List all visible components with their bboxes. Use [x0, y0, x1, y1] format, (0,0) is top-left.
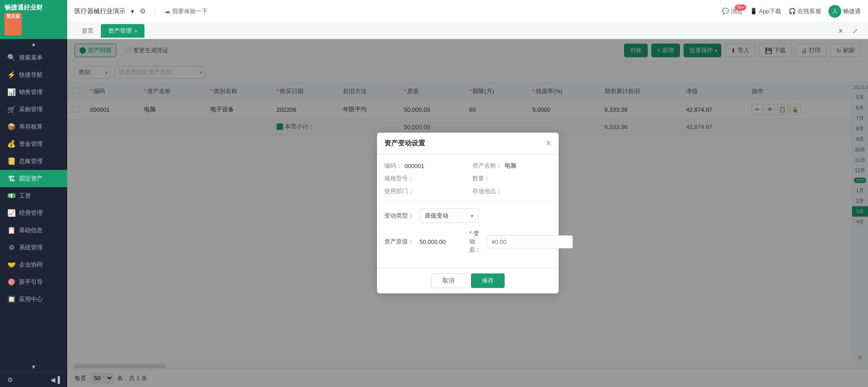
sidebar-item-guide[interactable]: 🎯 新手引导	[0, 273, 67, 291]
sidebar-item-label: 工资	[19, 192, 31, 200]
sidebar-item-purchase[interactable]: 🛒 采购管理	[0, 101, 67, 118]
modal-close-btn[interactable]: ✕	[546, 139, 551, 148]
window-close-btn[interactable]: ✕	[835, 25, 846, 36]
modal-footer: 取消 保存	[377, 268, 559, 293]
modal-header: 资产变动设置 ✕	[377, 133, 559, 154]
modal-info-asset-name: 资产名称： 电脑	[472, 162, 551, 170]
sidebar-item-label: 系统管理	[19, 243, 43, 252]
tab-bar: 首页 资产管理 × ✕ ⤢	[67, 23, 868, 39]
sidebar-item-label: 新手引导	[19, 278, 43, 286]
app-name: 畅捷通好业财	[5, 4, 43, 12]
topbar: 医疗器械行业演示 ▾ ⚙ ☁ 我要体验一下 💬 消息 99+ 📱 App下载 🎧…	[67, 0, 868, 23]
base-info-icon: 📋	[7, 226, 15, 234]
window-expand-btn[interactable]: ⤢	[850, 25, 861, 36]
app-edition: 普及版	[5, 13, 22, 35]
sidebar-item-sales[interactable]: 📊 销售管理	[0, 84, 67, 101]
window-controls: ✕ ⤢	[835, 25, 861, 36]
cloud-icon: ☁	[164, 8, 170, 15]
sidebar-item-fixed-assets[interactable]: 🏗 固定资产	[0, 170, 67, 187]
avatar: 人	[828, 5, 841, 18]
operations-icon: 📈	[7, 209, 15, 217]
save-button[interactable]: 保存	[471, 273, 505, 288]
modal-info-grid: 编码： 000001 资产名称： 电脑 规格型号： 数量：	[384, 162, 551, 195]
system-icon: ⚙	[7, 243, 15, 252]
sidebar-item-system[interactable]: ⚙ 系统管理	[0, 239, 67, 256]
enterprise-icon: 🤝	[7, 261, 15, 269]
sidebar: 畅捷通好业财 普及版 ▲ 🔍 搜索菜单 ⚡ 快捷导航 📊 销售管理 🛒 采购管理…	[0, 0, 67, 387]
search-icon: 🔍	[7, 54, 15, 62]
modal-info-spec: 规格型号：	[384, 174, 463, 183]
sidebar-item-label: 经营管理	[19, 209, 43, 217]
sidebar-item-inventory[interactable]: 📦 库存核算	[0, 118, 67, 135]
purchase-icon: 🛒	[7, 105, 15, 114]
sidebar-item-label: 基础信息	[19, 226, 43, 234]
payroll-icon: 💵	[7, 192, 15, 200]
tab-asset-management[interactable]: 资产管理 ×	[101, 24, 144, 38]
message-btn[interactable]: 💬 消息 99+	[722, 7, 743, 15]
inventory-icon: 📦	[7, 123, 15, 131]
original-value-display: 50,000.00	[420, 236, 451, 248]
company-name: 医疗器械行业演示	[74, 7, 125, 15]
message-icon: 💬	[722, 8, 729, 15]
modal-body: 编码： 000001 资产名称： 电脑 规格型号： 数量：	[377, 154, 559, 268]
sidebar-item-operations[interactable]: 📈 经营管理	[0, 204, 67, 222]
modal-original-value-field: 资产原值： 50,000.00 * 变动后：	[384, 229, 551, 254]
finance-icon: 💰	[7, 140, 15, 148]
online-service-btn[interactable]: 🎧 在线客服	[789, 7, 821, 15]
tab-close-icon[interactable]: ×	[134, 28, 137, 34]
sidebar-item-payroll[interactable]: 💵 工资	[0, 187, 67, 204]
experience-btn[interactable]: ☁ 我要体验一下	[164, 7, 208, 15]
after-change-input[interactable]	[486, 235, 573, 248]
sidebar-item-label: 企业协同	[19, 261, 43, 269]
sidebar-scroll-down[interactable]: ▼	[0, 362, 67, 372]
cancel-button[interactable]: 取消	[431, 273, 466, 288]
app-center-icon: 🔲	[7, 295, 15, 303]
company-dropdown-icon[interactable]: ▾	[131, 8, 134, 15]
sidebar-item-label: 固定资产	[19, 174, 43, 183]
settings-icon[interactable]: ⚙	[7, 376, 13, 383]
sidebar-item-label: 搜索菜单	[19, 54, 43, 62]
modal-change-type-field: 变动类型： 原值变动 ▾	[384, 208, 551, 223]
modal-info-code: 编码： 000001	[384, 162, 463, 170]
modal-overlay: 资产变动设置 ✕ 编码： 000001 资产名称： 电脑	[67, 39, 868, 387]
sidebar-bottom: ⚙ ◀▐	[0, 372, 67, 387]
headset-icon: 🎧	[789, 8, 796, 15]
collapse-icon[interactable]: ◀▐	[50, 376, 60, 383]
sidebar-item-label: 库存核算	[19, 123, 43, 131]
user-avatar-btn[interactable]: 人 畅捷通	[828, 5, 861, 18]
sidebar-nav: 🔍 搜索菜单 ⚡ 快捷导航 📊 销售管理 🛒 采购管理 📦 库存核算 💰 资金管…	[0, 49, 67, 362]
tab-home[interactable]: 首页	[74, 24, 101, 38]
change-type-chevron-icon: ▾	[471, 213, 474, 219]
quicknav-icon: ⚡	[7, 71, 15, 79]
change-type-select[interactable]: 原值变动 ▾	[420, 208, 479, 223]
settings-gear-icon[interactable]: ⚙	[139, 7, 146, 15]
sidebar-item-label: 应用中心	[19, 295, 43, 303]
sidebar-item-search[interactable]: 🔍 搜索菜单	[0, 49, 67, 66]
modal-info-quantity: 数量：	[472, 174, 551, 183]
asset-change-modal: 资产变动设置 ✕ 编码： 000001 资产名称： 电脑	[377, 133, 559, 293]
sidebar-item-ledger[interactable]: 📒 总账管理	[0, 153, 67, 170]
fixed-assets-icon: 🏗	[7, 174, 15, 183]
sidebar-item-label: 总账管理	[19, 157, 43, 165]
main-area: 医疗器械行业演示 ▾ ⚙ ☁ 我要体验一下 💬 消息 99+ 📱 App下载 🎧…	[67, 0, 868, 387]
sales-icon: 📊	[7, 88, 15, 96]
topbar-right: 💬 消息 99+ 📱 App下载 🎧 在线客服 人 畅捷通	[722, 5, 861, 18]
sidebar-item-label: 采购管理	[19, 105, 43, 114]
sidebar-logo: 畅捷通好业财 普及版	[0, 0, 67, 39]
sidebar-item-quick-nav[interactable]: ⚡ 快捷导航	[0, 66, 67, 84]
guide-icon: 🎯	[7, 278, 15, 286]
sidebar-item-label: 快捷导航	[19, 71, 43, 79]
sidebar-item-enterprise[interactable]: 🤝 企业协同	[0, 256, 67, 273]
sidebar-scroll-up[interactable]: ▲	[0, 39, 67, 49]
content-area: 资产明细 📄 变更生成凭证 对账 + 新增 批量操作 ▾ ⬇	[67, 39, 868, 387]
phone-icon: 📱	[750, 8, 757, 15]
sidebar-item-label: 资金管理	[19, 140, 43, 148]
modal-title: 资产变动设置	[384, 139, 425, 148]
sidebar-item-base-info[interactable]: 📋 基础信息	[0, 222, 67, 239]
modal-divider	[384, 203, 551, 203]
topbar-divider	[155, 7, 155, 16]
ledger-icon: 📒	[7, 157, 15, 165]
sidebar-item-app-center[interactable]: 🔲 应用中心	[0, 291, 67, 308]
sidebar-item-finance[interactable]: 💰 资金管理	[0, 135, 67, 153]
app-download-btn[interactable]: 📱 App下载	[750, 7, 781, 15]
